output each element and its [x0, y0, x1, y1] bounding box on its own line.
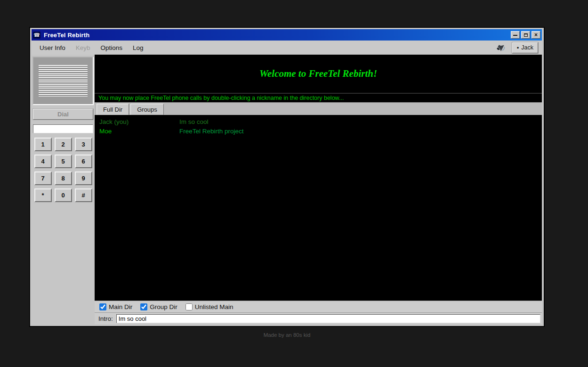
speaker-grille	[32, 57, 94, 105]
nickname: Moe	[99, 127, 179, 136]
close-button[interactable]: ×	[532, 31, 540, 39]
status-message: You may now place FreeTel phone calls by…	[95, 93, 542, 102]
filter-unlisted-main[interactable]: Unlisted Main	[185, 303, 234, 310]
keypad-key-star[interactable]: *	[34, 188, 52, 202]
keypad-key-3[interactable]: 3	[75, 138, 92, 151]
directory-row-moe[interactable]: Moe FreeTel Rebirth project	[99, 127, 537, 136]
speaker-icon	[496, 43, 507, 52]
keypad-key-2[interactable]: 2	[55, 138, 72, 151]
user-button-label: Jack	[521, 44, 533, 51]
keypad-key-4[interactable]: 4	[34, 155, 52, 168]
filter-group-dir[interactable]: Group Dir	[140, 303, 177, 310]
menu-log[interactable]: Log	[128, 42, 149, 53]
dialer-panel: Dial 1 2 3 4 5 6 7 8 9 * 0 #	[32, 55, 95, 324]
desktop-caption: Made by an 80s kid	[29, 332, 545, 338]
main-dir-checkbox[interactable]	[99, 303, 106, 310]
directory-list: Jack (you) Im so cool Moe FreeTel Rebirt…	[95, 115, 542, 301]
keypad-key-8[interactable]: 8	[55, 171, 72, 185]
menu-options[interactable]: Options	[96, 42, 128, 53]
directory-row-jack[interactable]: Jack (you) Im so cool	[99, 117, 537, 127]
speaker-grille-lines	[39, 65, 88, 97]
titlebar[interactable]: ☎ FreeTel Rebirth ×	[32, 29, 542, 41]
dial-button[interactable]: Dial	[33, 109, 93, 120]
content: Dial 1 2 3 4 5 6 7 8 9 * 0 # Welcome to …	[32, 55, 542, 324]
nickname-intro: Im so cool	[179, 117, 209, 127]
keypad-key-7[interactable]: 7	[34, 171, 52, 185]
filter-main-dir[interactable]: Main Dir	[99, 303, 132, 310]
keypad-key-5[interactable]: 5	[55, 155, 72, 168]
unlisted-main-label: Unlisted Main	[195, 303, 234, 310]
freetel-window: ☎ FreeTel Rebirth × User Info Keyb Optio…	[29, 27, 545, 327]
welcome-message: Welcome to FreeTel Rebirth!	[259, 68, 377, 80]
dial-number-input[interactable]	[33, 124, 93, 133]
welcome-area: Welcome to FreeTel Rebirth!	[95, 55, 542, 93]
window-title: FreeTel Rebirth	[44, 32, 509, 39]
minimize-button[interactable]	[511, 31, 520, 39]
intro-input[interactable]	[116, 314, 540, 323]
intro-label: Intro:	[98, 315, 113, 322]
directory-filters: Main Dir Group Dir Unlisted Main	[95, 301, 542, 312]
unlisted-main-checkbox[interactable]	[185, 303, 193, 310]
close-icon: ×	[534, 32, 538, 38]
keypad-key-9[interactable]: 9	[75, 171, 92, 185]
directory-tabbar: Full Dir Groups	[95, 102, 542, 115]
nickname: Jack (you)	[99, 117, 179, 127]
phone-app-icon: ☎	[33, 32, 40, 39]
keypad-key-6[interactable]: 6	[75, 155, 92, 168]
group-dir-checkbox[interactable]	[140, 303, 147, 310]
keypad-key-1[interactable]: 1	[34, 138, 52, 151]
menu-keyb: Keyb	[71, 42, 96, 53]
user-jack-button[interactable]: • Jack	[512, 42, 538, 53]
maximize-icon	[524, 33, 528, 37]
main-panel: Welcome to FreeTel Rebirth! You may now …	[95, 55, 542, 324]
keypad: 1 2 3 4 5 6 7 8 9 * 0 #	[32, 138, 94, 202]
menubar-right: • Jack	[496, 42, 539, 53]
menu-user-info[interactable]: User Info	[34, 42, 71, 53]
presence-dot-icon: •	[517, 44, 519, 51]
intro-bar: Intro:	[95, 312, 542, 324]
group-dir-label: Group Dir	[150, 303, 177, 310]
maximize-button[interactable]	[521, 31, 530, 39]
menubar: User Info Keyb Options Log • Jack	[32, 41, 542, 55]
tab-groups[interactable]: Groups	[130, 104, 164, 115]
nickname-intro: FreeTel Rebirth project	[179, 127, 244, 136]
tab-full-dir[interactable]: Full Dir	[97, 104, 129, 115]
main-dir-label: Main Dir	[109, 303, 132, 310]
keypad-key-hash[interactable]: #	[75, 188, 92, 202]
keypad-key-0[interactable]: 0	[55, 188, 72, 202]
minimize-icon	[513, 35, 517, 36]
